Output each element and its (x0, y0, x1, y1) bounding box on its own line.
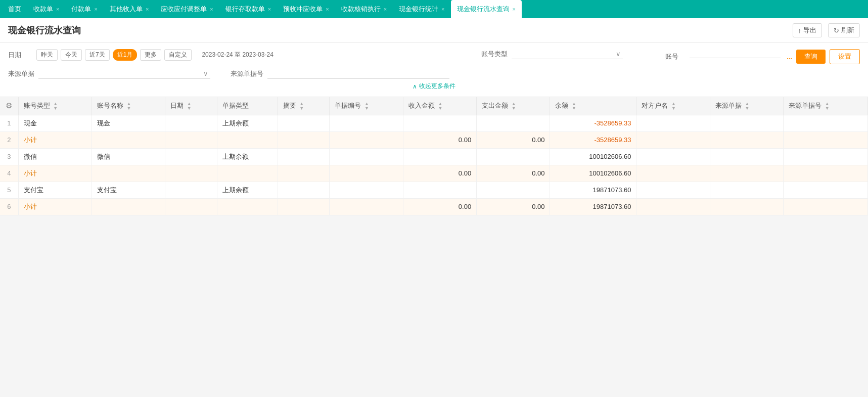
close-writeoff-icon[interactable]: × (384, 6, 387, 12)
col-source-doc-no: 来源单据号 ▲▼ (784, 97, 868, 115)
source-doc-no-input[interactable] (267, 69, 449, 79)
sort-income[interactable]: ▲▼ (438, 102, 442, 111)
cell-account-name (92, 131, 165, 148)
table-row: 1 现金 现金 上期余额 -3528659.33 (0, 115, 868, 131)
cell-source-doc-no (784, 182, 868, 198)
table-row: 2 小计 0.00 0.00 -3528659.33 (0, 131, 868, 148)
nav-receipt[interactable]: 收款单 × (27, 0, 65, 18)
cell-expense: 0.00 (477, 131, 550, 148)
sort-balance[interactable]: ▲▼ (572, 102, 576, 111)
refresh-button[interactable]: ↻ 刷新 (828, 23, 860, 37)
col-doc-no-label: 单据编号 (335, 102, 361, 109)
collapse-bar[interactable]: ∧ 收起更多条件 (8, 82, 860, 91)
close-adjustment-icon[interactable]: × (210, 6, 213, 12)
nav-bank-deposit[interactable]: 银行存取款单 × (219, 0, 277, 18)
nav-other-income[interactable]: 其他收入单 × (104, 0, 155, 18)
cell-source-doc-no (784, 198, 868, 215)
date-yesterday[interactable]: 昨天 (36, 49, 58, 61)
date-range-display: 2023-02-24 至 2023-03-24 (202, 51, 273, 59)
close-other-income-icon[interactable]: × (146, 6, 149, 12)
cell-summary (278, 182, 330, 198)
cell-account-type: 支付宝 (18, 182, 92, 198)
cell-doc-type: 上期余额 (217, 115, 278, 131)
source-doc-row: 来源单据 ∨ (8, 69, 210, 79)
col-doc-no: 单据编号 ▲▼ (330, 97, 403, 115)
cell-doc-no (330, 148, 403, 165)
top-nav: 首页 收款单 × 付款单 × 其他收入单 × 应收应付调整单 × 银行存取款单 … (0, 0, 868, 18)
cell-row-num: 3 (0, 148, 18, 165)
date-7days[interactable]: 近7天 (85, 49, 110, 61)
account-number-input[interactable] (690, 56, 781, 58)
date-1month[interactable]: 近1月 (113, 49, 138, 61)
date-today[interactable]: 今天 (61, 49, 82, 61)
date-options: 昨天 今天 近7天 近1月 更多 自定义 (36, 49, 192, 61)
cell-expense (477, 182, 550, 198)
sort-source-doc[interactable]: ▲▼ (745, 102, 749, 111)
cell-source-doc (710, 115, 783, 131)
nav-home[interactable]: 首页 (2, 0, 27, 18)
close-bank-deposit-icon[interactable]: × (268, 6, 271, 12)
sort-date[interactable]: ▲▼ (187, 102, 192, 111)
date-custom[interactable]: 自定义 (164, 49, 192, 61)
cell-account-name: 微信 (92, 148, 165, 165)
account-more-button[interactable]: ... (787, 53, 792, 61)
close-receipt-icon[interactable]: × (56, 6, 59, 12)
col-doc-type: 单据类型 (217, 97, 278, 115)
close-payment-icon[interactable]: × (94, 6, 97, 12)
cell-summary (278, 131, 330, 148)
col-balance: 余额 ▲▼ (550, 97, 636, 115)
cell-expense (477, 115, 550, 131)
cell-income (403, 182, 476, 198)
cell-expense (477, 148, 550, 165)
col-income-label: 收入金额 (408, 102, 435, 109)
account-number-label: 账号 (665, 52, 686, 61)
sort-expense[interactable]: ▲▼ (512, 102, 516, 111)
cell-counterparty (636, 131, 710, 148)
cell-summary (278, 165, 330, 182)
close-advance-icon[interactable]: × (326, 6, 329, 12)
table-row: 6 小计 0.00 0.00 19871073.60 (0, 198, 868, 215)
gear-icon[interactable]: ⚙ (6, 101, 12, 110)
sort-counterparty[interactable]: ▲▼ (671, 102, 676, 111)
col-summary-label: 摘要 (283, 102, 296, 109)
table-body: 1 现金 现金 上期余额 -3528659.33 2 小计 0.00 0.00 … (0, 115, 868, 215)
nav-adjustment[interactable]: 应收应付调整单 × (155, 0, 219, 18)
col-doc-type-label: 单据类型 (222, 102, 249, 109)
cell-account-name (92, 198, 165, 215)
cell-date (165, 115, 217, 131)
close-bank-stats-icon[interactable]: × (441, 6, 444, 12)
nav-bank-stats[interactable]: 现金银行统计 × (393, 0, 450, 18)
nav-bank-flow[interactable]: 现金银行流水查询 × (451, 0, 522, 18)
export-button[interactable]: ↑ 导出 (793, 23, 823, 37)
data-table: ⚙ 账号类型 ▲▼ 账号名称 ▲▼ 日期 ▲▼ 单据类型 摘 (0, 97, 868, 215)
sort-doc-no[interactable]: ▲▼ (364, 102, 369, 111)
cell-account-type: 小计 (18, 165, 92, 182)
account-type-select[interactable]: ∨ (512, 49, 623, 59)
date-more[interactable]: 更多 (140, 49, 161, 61)
close-bank-flow-icon[interactable]: × (513, 6, 516, 12)
sort-summary[interactable]: ▲▼ (299, 102, 304, 111)
sort-account-name[interactable]: ▲▼ (126, 102, 131, 111)
col-balance-label: 余额 (555, 102, 568, 109)
nav-advance[interactable]: 预收冲应收单 × (277, 0, 335, 18)
source-doc-label: 来源单据 (8, 69, 34, 78)
cell-balance: -3528659.33 (550, 115, 636, 131)
cell-balance: 100102606.60 (550, 165, 636, 182)
cell-source-doc (710, 198, 783, 215)
sort-source-doc-no[interactable]: ▲▼ (825, 102, 830, 111)
cell-date (165, 198, 217, 215)
settings-button[interactable]: 设置 (830, 49, 860, 64)
cell-row-num: 1 (0, 115, 18, 131)
nav-payment[interactable]: 付款单 × (65, 0, 103, 18)
cell-income: 0.00 (403, 131, 476, 148)
cell-income (403, 148, 476, 165)
nav-writeoff[interactable]: 收款核销执行 × (335, 0, 393, 18)
source-doc-select[interactable]: ∨ (38, 69, 210, 79)
export-icon: ↑ (798, 27, 802, 34)
col-counterparty: 对方户名 ▲▼ (636, 97, 710, 115)
cell-source-doc-no (784, 115, 868, 131)
col-date: 日期 ▲▼ (165, 97, 217, 115)
cell-summary (278, 115, 330, 131)
sort-account-type[interactable]: ▲▼ (53, 102, 58, 111)
query-button[interactable]: 查询 (796, 50, 826, 64)
